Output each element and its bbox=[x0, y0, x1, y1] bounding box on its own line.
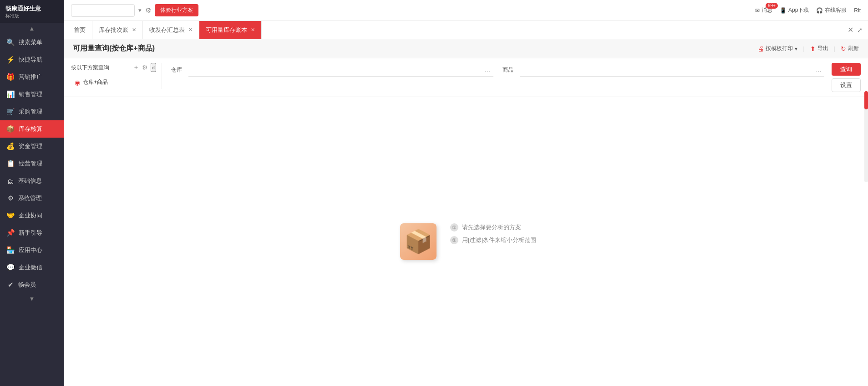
sidebar-item-business[interactable]: 📋 经营管理 bbox=[0, 155, 64, 172]
search-icon: 🔍 bbox=[6, 38, 15, 46]
print-button[interactable]: 🖨 按模板打印 ▾ bbox=[757, 45, 797, 52]
tab-available[interactable]: 可用量库存账本 ✕ bbox=[199, 21, 262, 39]
goods-input[interactable] bbox=[520, 63, 825, 77]
sidebar-item-label: 应用中心 bbox=[19, 246, 42, 254]
page-header-actions: 🖨 按模板打印 ▾ | ⬆ 导出 | ↻ 刷新 bbox=[757, 45, 859, 52]
print-icon: 🖨 bbox=[757, 45, 764, 52]
headset-icon: 🎧 bbox=[816, 7, 823, 14]
tab-batch-label: 库存批次账 bbox=[99, 26, 128, 34]
warehouse-more-icon[interactable]: … bbox=[485, 67, 491, 73]
gear-icon[interactable]: ⚙ bbox=[145, 6, 151, 15]
user-menu[interactable]: Rit bbox=[854, 7, 861, 14]
message-button[interactable]: ✉ 消息 99+ bbox=[755, 6, 772, 14]
tab-summary[interactable]: 收发存汇总表 ✕ bbox=[143, 21, 199, 39]
expand-tabs-button[interactable]: ⤢ bbox=[857, 26, 863, 34]
sidebar-item-label: 系统管理 bbox=[18, 194, 42, 202]
tab-home-label: 首页 bbox=[74, 26, 86, 34]
filter-fields: 仓库 … 商品 … bbox=[162, 63, 824, 77]
phone-icon: 📱 bbox=[780, 7, 787, 14]
goods-more-icon[interactable]: … bbox=[816, 67, 822, 73]
tab-batch[interactable]: 库存批次账 ✕ bbox=[92, 21, 143, 39]
filter-goods-field: 商品 … bbox=[503, 63, 825, 77]
system-icon: ⚙ bbox=[6, 194, 15, 202]
sidebar-logo: 畅康通好生意 标准版 bbox=[0, 0, 64, 23]
warehouse-input-wrap: … bbox=[188, 63, 493, 77]
content-area: ① 请先选择要分析的方案 ② 用[过滤]条件来缩小分析范围 bbox=[64, 97, 868, 386]
chevron-down-icon[interactable]: ▾ bbox=[138, 7, 142, 14]
app-download-label: App下载 bbox=[788, 6, 809, 14]
sidebar-item-label: 新手引导 bbox=[19, 229, 42, 237]
sidebar-scroll-down[interactable]: ▼ bbox=[0, 293, 64, 304]
basic-icon: 🗂 bbox=[6, 177, 15, 185]
appstore-icon: 🏪 bbox=[6, 246, 15, 254]
username-label: Rit bbox=[854, 7, 861, 14]
sidebar-item-newbie[interactable]: 📌 新手引导 bbox=[0, 224, 64, 242]
purchase-icon: 🛒 bbox=[6, 108, 15, 116]
sales-icon: 📊 bbox=[6, 90, 15, 98]
online-service-label: 在线客服 bbox=[825, 6, 847, 14]
sidebar-item-finance[interactable]: 💰 资金管理 bbox=[0, 138, 64, 155]
sidebar-item-label: 企业微信 bbox=[19, 263, 42, 272]
sidebar-item-label: 快捷导航 bbox=[19, 56, 42, 64]
empty-illustration bbox=[396, 219, 441, 264]
industry-solution-button[interactable]: 体验行业方案 bbox=[155, 4, 198, 16]
sidebar-item-shortcut[interactable]: ⚡ 快捷导航 bbox=[0, 51, 64, 68]
app-subtitle: 标准版 bbox=[5, 13, 58, 19]
tab-batch-close[interactable]: ✕ bbox=[132, 27, 136, 33]
sidebar-item-enterprise[interactable]: 🤝 企业协同 bbox=[0, 207, 64, 224]
sidebar-item-label: 经营管理 bbox=[19, 160, 42, 168]
filter-scheme-title: 按以下方案查询 bbox=[71, 64, 109, 72]
tabbar-actions: ✕ ⤢ bbox=[842, 26, 868, 34]
export-button[interactable]: ⬆ 导出 bbox=[810, 45, 828, 52]
refresh-button[interactable]: ↻ 刷新 bbox=[841, 45, 859, 52]
online-service-button[interactable]: 🎧 在线客服 bbox=[816, 6, 847, 14]
sidebar-item-inventory[interactable]: 📦 库存核算 bbox=[0, 120, 64, 138]
tab-available-close[interactable]: ✕ bbox=[251, 27, 255, 33]
empty-text: ① 请先选择要分析的方案 ② 用[过滤]条件来缩小分析范围 bbox=[450, 219, 536, 244]
settings-scheme-button[interactable]: ⚙ bbox=[142, 63, 148, 72]
sidebar-item-label: 库存核算 bbox=[19, 125, 42, 133]
sidebar-scroll-up[interactable]: ▲ bbox=[0, 23, 64, 34]
print-label: 按模板打印 bbox=[766, 45, 793, 52]
export-icon: ⬆ bbox=[810, 45, 816, 52]
sidebar-item-purchase[interactable]: 🛒 采购管理 bbox=[0, 103, 64, 120]
close-all-tabs-button[interactable]: ✕ bbox=[848, 26, 853, 34]
sidebar: 畅康通好生意 标准版 ▲ 🔍 搜索菜单 ⚡ 快捷导航 🎁 营销推广 📊 销售管理… bbox=[0, 0, 64, 386]
topbar-search-input[interactable] bbox=[71, 4, 135, 17]
tab-summary-close[interactable]: ✕ bbox=[188, 27, 193, 33]
add-scheme-button[interactable]: ＋ bbox=[133, 63, 139, 72]
sidebar-item-sales[interactable]: 📊 销售管理 bbox=[0, 86, 64, 103]
query-button[interactable]: 查询 bbox=[832, 63, 861, 76]
step1-num: ① bbox=[450, 223, 458, 232]
filter-row: 仓库 … 商品 … bbox=[171, 63, 824, 77]
filter-scheme-panel: 按以下方案查询 ＋ ⚙ « ◉ 仓库+商品 bbox=[71, 63, 162, 89]
sidebar-item-marketing[interactable]: 🎁 营销推广 bbox=[0, 68, 64, 86]
sidebar-item-wechat[interactable]: 💬 企业微信 bbox=[0, 259, 64, 276]
sidebar-item-search[interactable]: 🔍 搜索菜单 bbox=[0, 34, 64, 51]
tab-home[interactable]: 首页 bbox=[67, 21, 92, 39]
business-icon: 📋 bbox=[6, 160, 15, 168]
refresh-label: 刷新 bbox=[848, 45, 859, 52]
sidebar-item-label: 采购管理 bbox=[19, 108, 42, 116]
filter-scheme-header: 按以下方案查询 ＋ ⚙ « bbox=[71, 63, 156, 72]
warehouse-input[interactable] bbox=[188, 63, 493, 77]
sidebar-item-appstore[interactable]: 🏪 应用中心 bbox=[0, 242, 64, 259]
settings-button[interactable]: 设置 bbox=[832, 78, 861, 92]
member-icon: ✔ bbox=[6, 281, 15, 289]
page-header: 可用量查询(按仓库+商品) 🖨 按模板打印 ▾ | ⬆ 导出 | ↻ 刷新 bbox=[64, 39, 868, 58]
sidebar-item-label: 畅会员 bbox=[18, 281, 36, 289]
newbie-icon: 📌 bbox=[6, 229, 15, 237]
sidebar-item-system[interactable]: ⚙ 系统管理 bbox=[0, 190, 64, 207]
sidebar-item-basic[interactable]: 🗂 基础信息 bbox=[0, 172, 64, 190]
sidebar-item-member[interactable]: ✔ 畅会员 bbox=[0, 276, 64, 293]
filter-scheme-icons: ＋ ⚙ « bbox=[133, 63, 156, 72]
message-badge: 99+ bbox=[766, 3, 778, 9]
sidebar-item-label: 销售管理 bbox=[19, 90, 42, 98]
app-download-button[interactable]: 📱 App下载 bbox=[780, 6, 809, 14]
scheme-item-warehouse[interactable]: ◉ 仓库+商品 bbox=[71, 76, 156, 89]
collapse-scheme-button[interactable]: « bbox=[151, 63, 156, 72]
empty-step2: ② 用[过滤]条件来缩小分析范围 bbox=[450, 236, 536, 244]
sidebar-item-label: 搜索菜单 bbox=[19, 38, 42, 46]
right-scrollbar[interactable] bbox=[864, 91, 868, 182]
goods-input-wrap: … bbox=[520, 63, 825, 77]
